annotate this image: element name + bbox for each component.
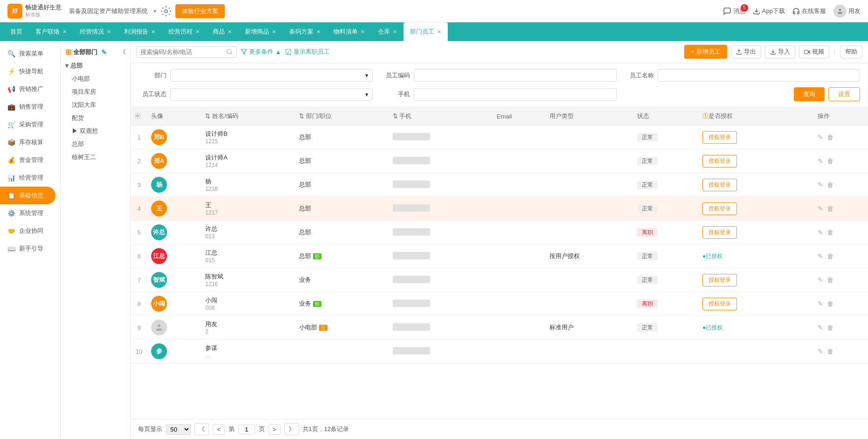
nav-item-warehouse[interactable]: 仓库 ✕ [371, 22, 403, 41]
col-auth[interactable]: ①是否授权 [699, 107, 796, 125]
col-phone[interactable]: ⇅ 手机 [389, 107, 493, 125]
settings-icon[interactable] [160, 6, 172, 17]
first-page-button[interactable]: 《 [194, 423, 209, 435]
dept-item-xiaodian[interactable]: 小电部 [61, 72, 130, 85]
reset-button[interactable]: 设置 [828, 87, 860, 101]
emp-name-input[interactable] [658, 69, 860, 82]
delete-icon[interactable]: 🗑 [827, 181, 833, 188]
nav-item-bom[interactable]: 物料清单 ✕ [327, 22, 371, 41]
nav-item-profit[interactable]: 利润报告 ✕ [118, 22, 162, 41]
import-button[interactable]: 导入 [765, 45, 795, 58]
sidebar-item-collab[interactable]: 🤝 企业协同 [0, 222, 60, 240]
nav-item-new-goods[interactable]: 新增商品 ✕ [238, 22, 283, 41]
close-icon[interactable]: ✕ [361, 29, 365, 35]
next-page-button[interactable]: > [269, 424, 281, 435]
edit-icon[interactable]: ✎ [818, 252, 823, 260]
close-icon[interactable]: ✕ [316, 29, 320, 35]
auth-login-button[interactable]: 授权登录 [702, 202, 737, 215]
add-employee-button[interactable]: + 新增员工 [684, 45, 727, 59]
nav-item-goods[interactable]: 商品 ✕ [206, 22, 238, 41]
sidebar-item-search[interactable]: 🔍 搜索菜单 [0, 45, 60, 63]
edit-icon[interactable]: ✎ [818, 324, 823, 331]
nav-item-history[interactable]: 经营历程 ✕ [162, 22, 206, 41]
app-download-item[interactable]: App下载 [753, 7, 785, 15]
dept-edit-icon[interactable]: ✎ [101, 49, 107, 56]
delete-icon[interactable]: 🗑 [827, 324, 833, 331]
dept-select[interactable]: ▾ [170, 69, 373, 82]
search-icon[interactable] [226, 49, 233, 55]
sidebar-item-inventory[interactable]: 📦 库存核算 [0, 133, 60, 151]
emp-code-input[interactable] [414, 69, 616, 82]
auth-login-button[interactable]: 授权登录 [702, 226, 737, 239]
sidebar-item-basic[interactable]: 📋 基础信息 [0, 187, 56, 204]
sidebar-item-finance[interactable]: 💰 资金管理 [0, 151, 60, 169]
sidebar-item-quicknav[interactable]: ⚡ 快捷导航 [0, 63, 60, 80]
close-icon[interactable]: ✕ [62, 29, 67, 35]
dept-item-shenyang[interactable]: 沈阳大库 [61, 98, 130, 111]
dept-item-peihuo[interactable]: 配货 [61, 111, 130, 125]
export-button[interactable]: 导出 [731, 45, 761, 58]
user-item[interactable]: 用友 [833, 5, 861, 18]
close-icon[interactable]: ✕ [393, 29, 397, 35]
sidebar-item-guide[interactable]: 📖 新手引导 [0, 240, 60, 258]
dept-item-zhishu[interactable]: 植树王二 [61, 151, 130, 164]
delete-icon[interactable]: 🗑 [827, 252, 833, 260]
nav-item-home[interactable]: 首页 [4, 22, 29, 41]
sidebar-item-sales[interactable]: 💼 销售管理 [0, 98, 60, 116]
show-ex-employees-check[interactable]: ☑ 显示离职员工 [285, 48, 330, 56]
page-number-input[interactable] [238, 425, 255, 434]
dept-group-general[interactable]: ▾ 总部 [61, 59, 130, 72]
col-dept[interactable]: ⇅ 部门/职位 [295, 107, 389, 125]
close-icon[interactable]: ✕ [151, 29, 155, 35]
emp-status-select[interactable]: ▾ [170, 88, 373, 101]
system-dropdown-icon[interactable]: ▾ [153, 7, 157, 14]
auth-login-button[interactable]: 授权登录 [702, 298, 737, 310]
close-icon[interactable]: ✕ [272, 29, 276, 35]
nav-item-operation[interactable]: 经营情况 ✕ [73, 22, 118, 41]
edit-icon[interactable]: ✎ [818, 205, 823, 212]
delete-icon[interactable]: 🗑 [827, 229, 833, 236]
prev-page-button[interactable]: < [213, 424, 225, 435]
dept-item-zongbu[interactable]: 总部 [61, 138, 130, 151]
edit-icon[interactable]: ✎ [818, 157, 823, 165]
auth-login-button[interactable]: 授权登录 [702, 274, 737, 286]
sidebar-item-marketing[interactable]: 📢 营销推广 [0, 80, 60, 98]
close-icon[interactable]: ✕ [437, 29, 441, 35]
search-input[interactable] [140, 49, 224, 56]
delete-icon[interactable]: 🗑 [827, 348, 833, 355]
edit-icon[interactable]: ✎ [818, 133, 823, 141]
close-icon[interactable]: ✕ [195, 29, 200, 35]
online-service-item[interactable]: 在线客服 [792, 7, 826, 15]
edit-icon[interactable]: ✎ [818, 348, 823, 355]
edit-icon[interactable]: ✎ [818, 300, 823, 307]
sidebar-item-management[interactable]: 📊 经营管理 [0, 169, 60, 187]
page-size-select[interactable]: 50 100 200 [166, 424, 191, 435]
dept-item-shuanglu[interactable]: ▶ 双鹿想 [61, 125, 130, 138]
sidebar-item-purchase[interactable]: 🛒 采购管理 [0, 116, 60, 133]
sidebar-item-system[interactable]: ⚙️ 系统管理 [0, 204, 60, 222]
view-button[interactable]: 视频 [799, 45, 829, 58]
nav-item-customer[interactable]: 客户联络 ✕ [29, 22, 73, 41]
dept-collapse-icon[interactable]: 《 [120, 48, 125, 56]
col-settings[interactable] [131, 107, 147, 125]
more-conditions-btn[interactable]: 更多条件 ▲ [241, 48, 281, 56]
auth-login-button[interactable]: 授权登录 [702, 179, 737, 191]
auth-login-button[interactable]: 授权登录 [702, 131, 737, 144]
last-page-button[interactable]: 》 [285, 423, 299, 435]
auth-login-button[interactable]: 授权登录 [702, 155, 737, 167]
delete-icon[interactable]: 🗑 [827, 300, 833, 307]
message-item[interactable]: 消息 5 [723, 7, 745, 15]
search-button[interactable]: 查询 [794, 87, 825, 101]
phone-input[interactable] [414, 88, 616, 101]
edit-icon[interactable]: ✎ [818, 276, 823, 284]
col-name[interactable]: ⇅ 姓名/编码 [201, 107, 295, 125]
delete-icon[interactable]: 🗑 [827, 157, 833, 165]
nav-item-barcode[interactable]: 条码方案 ✕ [283, 22, 327, 41]
dept-item-project[interactable]: 项目库房 [61, 85, 130, 98]
delete-icon[interactable]: 🗑 [827, 205, 833, 212]
trial-button[interactable]: 体验行业方案 [175, 4, 225, 18]
delete-icon[interactable]: 🗑 [827, 133, 833, 141]
help-button[interactable]: 帮助 [840, 45, 862, 58]
delete-icon[interactable]: 🗑 [827, 276, 833, 284]
edit-icon[interactable]: ✎ [818, 229, 823, 236]
